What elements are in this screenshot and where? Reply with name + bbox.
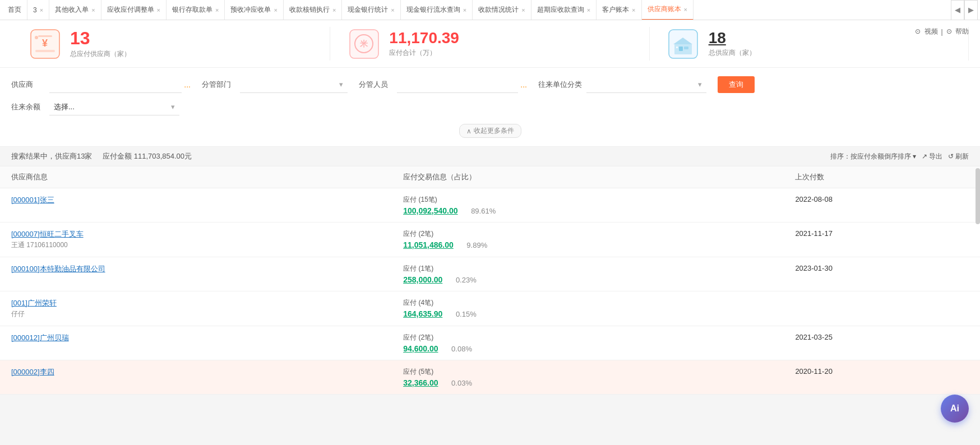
tab-supplier-ledger-label: 供应商账本 xyxy=(648,4,681,14)
transaction-amount-2[interactable]: 258,000.00 xyxy=(403,275,442,284)
tab-home[interactable]: 首页 xyxy=(2,0,27,20)
tab-3-close[interactable]: × xyxy=(40,7,43,13)
export-icon: ↗ xyxy=(922,152,927,160)
payable-suppliers-label: 总应付供应商（家） xyxy=(70,49,131,59)
transaction-amount-0[interactable]: 100,092,540.00 xyxy=(403,206,457,215)
tab-prepay-close[interactable]: × xyxy=(274,7,277,13)
person-filter-label: 分管人员 xyxy=(359,80,392,90)
export-button[interactable]: ↗ 导出 xyxy=(922,152,942,161)
transaction-label-3: 应付 (4笔) xyxy=(403,298,773,308)
transaction-amount-4[interactable]: 94,600.00 xyxy=(403,344,438,353)
supplier-link-0[interactable]: [000001]张三 xyxy=(11,196,54,204)
supplier-input[interactable] xyxy=(49,76,182,93)
tab-ar-ap-adjust[interactable]: 应收应付调整单 × xyxy=(101,0,167,20)
tab-customer-ledger-close[interactable]: × xyxy=(632,7,635,13)
refresh-label: 刷新 xyxy=(955,152,969,161)
supplier-link-1[interactable]: [000007]恒旺二手叉车 xyxy=(11,230,84,238)
tab-other-income-close[interactable]: × xyxy=(91,7,95,13)
tab-customer-ledger[interactable]: 客户账本 × xyxy=(597,0,641,20)
tab-cash-bank-stat-close[interactable]: × xyxy=(391,7,394,13)
transaction-label-5: 应付 (5笔) xyxy=(403,367,773,377)
balance-select[interactable]: 选择... xyxy=(49,103,179,111)
top-navigation: 首页 3 × 其他收入单 × 应收应付调整单 × 银行存取款单 × 预收冲应收单… xyxy=(0,0,980,20)
tab-supplier-ledger-close[interactable]: × xyxy=(684,6,687,13)
category-select[interactable] xyxy=(586,80,706,89)
tab-3[interactable]: 3 × xyxy=(27,0,49,20)
tab-home-label: 首页 xyxy=(8,5,21,15)
tab-payment-stat-close[interactable]: × xyxy=(521,7,525,13)
transaction-label-4: 应付 (2笔) xyxy=(403,333,773,342)
scrollbar[interactable] xyxy=(976,168,980,224)
svg-point-4 xyxy=(35,36,38,39)
tab-ar-ap-adjust-close[interactable]: × xyxy=(157,7,160,13)
tab-other-income[interactable]: 其他收入单 × xyxy=(49,0,101,20)
supplier-cell-4: [000012]广州贝瑞 xyxy=(0,326,392,360)
tab-overdue-ar[interactable]: 超期应收款查询 × xyxy=(531,0,597,20)
query-button[interactable]: 查询 xyxy=(718,76,755,93)
tab-supplier-ledger[interactable]: 供应商账本 × xyxy=(642,0,694,20)
total-suppliers-label: 总供应商（家） xyxy=(709,48,756,58)
tab-cash-bank-flow-label: 现金银行流水查询 xyxy=(406,5,460,15)
dept-select[interactable] xyxy=(240,80,348,89)
category-filter-label: 往来单位分类 xyxy=(538,80,582,90)
stats-header: ¥ 13 总应付供应商（家） 米 11,170.39 应付合计（万） xyxy=(0,20,980,68)
person-dots-btn[interactable]: ... xyxy=(520,80,527,89)
tab-payment-stat[interactable]: 收款情况统计 × xyxy=(473,0,531,20)
col-supplier-info: 供应商信息 xyxy=(0,166,392,188)
total-suppliers-info: 18 总供应商（家） xyxy=(709,30,756,58)
help-link[interactable]: ⊙ 帮助 xyxy=(946,27,969,36)
supplier-link-4[interactable]: [000012]广州贝瑞 xyxy=(11,333,69,342)
tab-prepay[interactable]: 预收冲应收单 × xyxy=(225,0,283,20)
nav-next-arrow[interactable]: ▶ xyxy=(964,0,978,20)
transaction-amount-5[interactable]: 32,366.00 xyxy=(403,378,438,387)
tab-3-label: 3 xyxy=(33,6,37,14)
supplier-dots-btn[interactable]: ... xyxy=(184,80,191,89)
collapse-button[interactable]: ∧ 收起更多条件 xyxy=(459,124,521,138)
nav-prev-arrow[interactable]: ◀ xyxy=(951,0,964,20)
tab-ar-ap-adjust-label: 应收应付调整单 xyxy=(107,5,154,15)
transaction-cell-0: 应付 (15笔) 100,092,540.00 89.61% xyxy=(392,188,784,222)
transaction-amount-1[interactable]: 11,051,486.00 xyxy=(403,240,454,249)
tab-customer-ledger-label: 客户账本 xyxy=(602,5,629,15)
table-row: [000001]张三 应付 (15笔) 100,092,540.00 89.61… xyxy=(0,188,980,222)
supplier-link-5[interactable]: [000002]李四 xyxy=(11,368,54,376)
separator: | xyxy=(941,28,943,36)
transaction-label-2: 应付 (1笔) xyxy=(403,264,773,274)
tab-overdue-ar-label: 超期应收款查询 xyxy=(537,5,584,15)
category-select-wrapper: ▾ xyxy=(586,76,706,93)
filter-person: 分管人员 ... xyxy=(359,76,527,93)
tab-overdue-ar-close[interactable]: × xyxy=(587,7,590,13)
balance-filter-label: 往来余额 xyxy=(11,102,45,112)
last-payment-cell-5: 2020-11-20 xyxy=(784,360,980,395)
supplier-link-2[interactable]: [000100]本特勤油品有限公司 xyxy=(11,265,105,273)
tab-cash-bank-flow[interactable]: 现金银行流水查询 × xyxy=(401,0,473,20)
table-container: 供应商信息 应付交易信息（占比） 上次付数 [000001]张三 应付 (15笔… xyxy=(0,166,980,395)
tab-cash-bank-stat[interactable]: 现金银行统计 × xyxy=(342,0,400,20)
supplier-link-3[interactable]: [001]广州荣轩 xyxy=(11,299,57,307)
payable-suppliers-info: 13 总应付供应商（家） xyxy=(70,29,131,59)
filter-area: 供应商 ... 分管部门 ▾ 分管人员 ... 往来单位分类 xyxy=(0,68,980,147)
last-payment-cell-0: 2022-08-08 xyxy=(784,188,980,222)
refresh-button[interactable]: ↺ 刷新 xyxy=(948,152,969,161)
tab-payment-verify-close[interactable]: × xyxy=(332,7,336,13)
svg-rect-12 xyxy=(676,47,678,48)
transaction-percent-5: 0.03% xyxy=(451,379,472,387)
tab-cash-bank-stat-label: 现金银行统计 xyxy=(348,5,388,15)
tab-cash-bank-flow-close[interactable]: × xyxy=(463,7,466,13)
person-input[interactable] xyxy=(397,76,518,93)
transaction-amount-3[interactable]: 164,635.90 xyxy=(403,309,442,318)
sort-dropdown[interactable]: 排序：按应付余额倒序排序 ▾ xyxy=(830,152,916,161)
collapse-row: ∧ 收起更多条件 xyxy=(11,121,969,141)
tab-payment-verify[interactable]: 收款核销执行 × xyxy=(284,0,342,20)
supplier-cell-1: [000007]恒旺二手叉车王通 17106110000 xyxy=(0,222,392,257)
filter-balance: 往来余额 选择... ▾ xyxy=(11,99,179,115)
supplier-cell-3: [001]广州荣轩仔仔 xyxy=(0,291,392,326)
payable-suppliers-number: 13 xyxy=(70,29,131,47)
last-payment-cell-3 xyxy=(784,291,980,326)
collapse-label: 收起更多条件 xyxy=(474,126,514,136)
nav-arrows: ◀ ▶ xyxy=(951,0,978,20)
video-link[interactable]: ⊙ 视频 xyxy=(915,27,937,36)
tab-bank-deposit-close[interactable]: × xyxy=(215,7,219,13)
export-label: 导出 xyxy=(929,152,942,161)
tab-bank-deposit[interactable]: 银行存取款单 × xyxy=(167,0,225,20)
